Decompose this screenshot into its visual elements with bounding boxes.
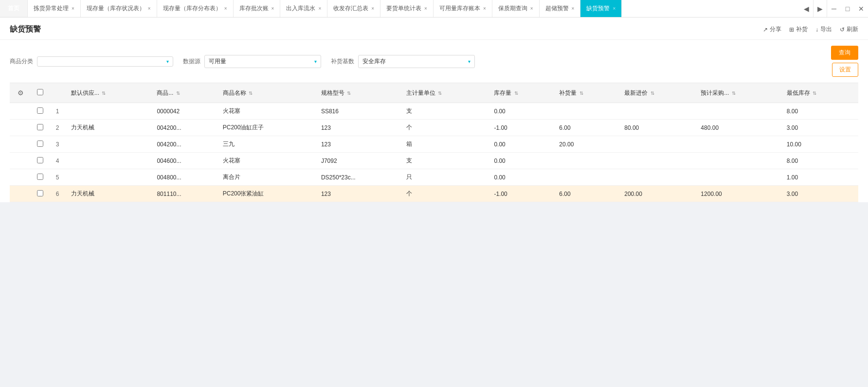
row-check-cell[interactable] xyxy=(31,103,49,120)
th-product-code[interactable]: 商品... ⇅ xyxy=(152,83,217,103)
gear-settings-icon[interactable]: ⚙ xyxy=(15,87,26,99)
table-row[interactable]: 4 004600... 火花塞 J7092 支 0.00 8.00 xyxy=(10,153,858,169)
replenish-basis-select[interactable]: 安全库存 ▾ xyxy=(358,55,475,68)
row-latest-price-cell xyxy=(619,153,696,169)
row-code-cell: 004200... xyxy=(152,136,217,153)
th-stock-qty[interactable]: 库存量 ⇅ xyxy=(489,83,554,103)
close-icon[interactable]: × xyxy=(483,6,486,11)
th-latest-price[interactable]: 最新进价 ⇅ xyxy=(619,83,696,103)
row-min-stock-cell: 8.00 xyxy=(782,153,858,169)
main-content: 缺货预警 ↗ 分享 ⊞ 补货 ↓ 导出 ↺ 刷新 商品分类 xyxy=(0,18,868,202)
th-replenish-qty[interactable]: 补货量 ⇅ xyxy=(554,83,619,103)
tab-expiry-query[interactable]: 保质期查询 × xyxy=(492,0,540,18)
tab-next-button[interactable]: ▶ xyxy=(814,0,827,18)
th-product-name[interactable]: 商品名称 ⇅ xyxy=(218,83,316,103)
row-checkbox[interactable] xyxy=(37,141,43,147)
datasource-select[interactable]: 可用量 ▾ xyxy=(204,55,321,68)
close-icon[interactable]: × xyxy=(318,6,321,11)
table-row[interactable]: 5 004800... 离合片 DS250*23c... 只 0.00 1.00 xyxy=(10,169,858,186)
th-product-code-label: 商品... xyxy=(157,89,173,96)
query-button[interactable]: 查询 xyxy=(831,46,858,60)
th-product-name-label: 商品名称 xyxy=(223,89,246,96)
row-stock-qty-cell: 0.00 xyxy=(489,103,554,120)
row-gear-cell xyxy=(10,186,31,202)
tab-shortage[interactable]: 缺货预警 × xyxy=(580,0,622,18)
window-maximize-button[interactable]: □ xyxy=(841,0,854,18)
row-checkbox[interactable] xyxy=(37,157,43,163)
row-gear-cell xyxy=(10,169,31,186)
th-est-purchase[interactable]: 预计采购... ⇅ xyxy=(696,83,781,103)
close-icon[interactable]: × xyxy=(572,6,575,11)
datasource-filter-group: 数据源 可用量 ▾ xyxy=(183,55,321,68)
select-all-checkbox[interactable] xyxy=(37,89,43,95)
category-select[interactable]: ▾ xyxy=(37,56,173,67)
th-unit[interactable]: 主计量单位 ⇅ xyxy=(401,83,489,103)
tab-inout-flow[interactable]: 出入库流水 × xyxy=(280,0,327,18)
settings-button[interactable]: 设置 xyxy=(832,63,858,77)
tab-receive-summary[interactable]: 收发存汇总表 × xyxy=(327,0,380,18)
table-row[interactable]: 3 004200... 三九 123 箱 0.00 20.00 10.00 xyxy=(10,136,858,153)
tab-home[interactable]: 首页 xyxy=(0,0,28,18)
tab-batch-account[interactable]: 库存批次账 × xyxy=(234,0,281,18)
tab-overstock[interactable]: 超储预警 × xyxy=(540,0,581,18)
tab-exception[interactable]: 拣货异常处理 × xyxy=(28,0,81,18)
tab-order-stats[interactable]: 要货单统计表 × xyxy=(380,0,434,18)
row-est-purchase-cell: 480.00 xyxy=(696,120,781,136)
export-icon: ↓ xyxy=(815,26,818,33)
row-check-cell[interactable] xyxy=(31,186,49,202)
row-checkbox[interactable] xyxy=(37,124,43,130)
row-gear-cell xyxy=(10,136,31,153)
row-check-cell[interactable] xyxy=(31,169,49,186)
tab-available-ledger[interactable]: 可用量库存账本 × xyxy=(434,0,492,18)
table-row[interactable]: 6 力天机械 801110... PC200张紧油缸 123 个 -1.00 6… xyxy=(10,186,858,202)
tab-inventory-status-label: 现存量（库存状况表） xyxy=(87,4,145,13)
row-spec-cell: SS816 xyxy=(316,103,401,120)
close-icon[interactable]: × xyxy=(424,6,427,11)
row-check-cell[interactable] xyxy=(31,153,49,169)
close-icon[interactable]: × xyxy=(530,6,533,11)
row-checkbox[interactable] xyxy=(37,190,43,196)
filter-bar: 商品分类 ▾ 数据源 可用量 ▾ 补货基数 安全库存 ▾ 查询 设置 xyxy=(0,40,868,83)
table-row[interactable]: 2 力天机械 004200... PC200油缸庄子 123 个 -1.00 6… xyxy=(10,120,858,136)
row-latest-price-cell xyxy=(619,136,696,153)
close-icon[interactable]: × xyxy=(613,6,615,11)
tab-inventory-dist[interactable]: 现存量（库存分布表） × xyxy=(157,0,234,18)
window-minimize-button[interactable]: ─ xyxy=(827,0,841,18)
close-icon[interactable]: × xyxy=(148,6,151,11)
row-gear-cell xyxy=(10,120,31,136)
th-spec[interactable]: 规格型号 ⇅ xyxy=(316,83,401,103)
close-icon[interactable]: × xyxy=(224,6,227,11)
row-num-cell: 6 xyxy=(49,186,66,202)
close-icon[interactable]: × xyxy=(72,6,74,11)
row-unit-cell: 箱 xyxy=(401,136,489,153)
sort-icon: ⇅ xyxy=(249,90,253,96)
filter-actions: 查询 设置 xyxy=(831,46,858,77)
tab-shortage-label: 缺货预警 xyxy=(586,4,610,13)
th-default-supplier[interactable]: 默认供应... ⇅ xyxy=(66,83,152,103)
tab-receive-summary-label: 收发存汇总表 xyxy=(333,4,368,13)
row-checkbox[interactable] xyxy=(37,174,43,180)
th-gear: ⚙ xyxy=(10,83,31,103)
share-button[interactable]: ↗ 分享 xyxy=(763,25,781,34)
row-checkbox[interactable] xyxy=(37,107,43,114)
export-button[interactable]: ↓ 导出 xyxy=(815,25,832,34)
sort-icon: ⇅ xyxy=(732,90,736,96)
row-check-cell[interactable] xyxy=(31,136,49,153)
row-min-stock-cell: 3.00 xyxy=(782,120,858,136)
close-icon[interactable]: × xyxy=(371,6,374,11)
close-icon[interactable]: × xyxy=(271,6,274,11)
refresh-button[interactable]: ↺ 刷新 xyxy=(840,25,858,34)
th-unit-label: 主计量单位 xyxy=(406,89,435,96)
window-close-button[interactable]: ✕ xyxy=(854,0,868,18)
tab-inventory-status[interactable]: 现存量（库存状况表） × xyxy=(81,0,157,18)
row-spec-cell: 123 xyxy=(316,136,401,153)
table-row[interactable]: 1 0000042 火花塞 SS816 支 0.00 8.00 xyxy=(10,103,858,120)
replenish-basis-filter-group: 补货基数 安全库存 ▾ xyxy=(331,55,475,68)
row-min-stock-cell: 8.00 xyxy=(782,103,858,120)
row-check-cell[interactable] xyxy=(31,120,49,136)
row-code-cell: 004800... xyxy=(152,169,217,186)
th-min-stock[interactable]: 最低库存 ⇅ xyxy=(782,83,858,103)
row-replenish-qty-cell: 6.00 xyxy=(554,186,619,202)
replenish-button[interactable]: ⊞ 补货 xyxy=(789,25,808,34)
tab-prev-button[interactable]: ◀ xyxy=(800,0,814,18)
